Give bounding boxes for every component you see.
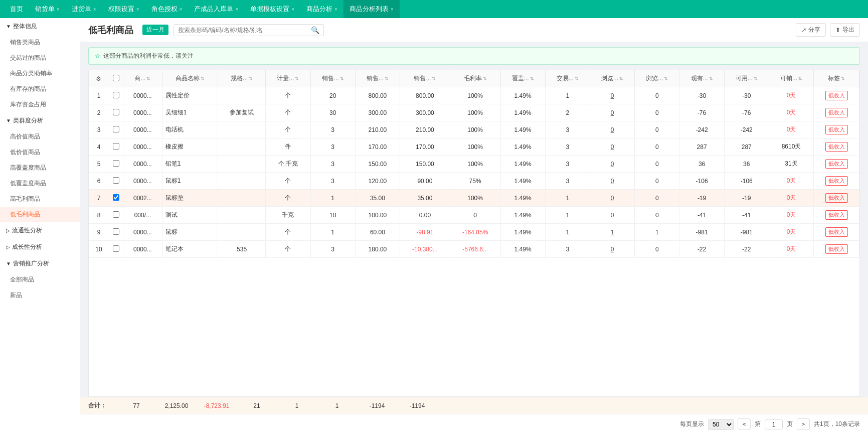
col-tag[interactable]: 标签⇅ bbox=[814, 70, 859, 87]
close-icon[interactable]: × bbox=[180, 7, 183, 12]
nav-purchase-order[interactable]: 进货单 × bbox=[66, 0, 102, 18]
row-checkbox-cell[interactable] bbox=[109, 190, 123, 207]
row-checkbox-cell[interactable] bbox=[109, 241, 123, 258]
row-checkbox-cell[interactable] bbox=[109, 156, 123, 173]
col-name[interactable]: 商品名称⇅ bbox=[162, 70, 218, 87]
sidebar-item-traded-products[interactable]: 交易过的商品 bbox=[0, 50, 80, 66]
row-name[interactable]: 电话机 bbox=[162, 121, 218, 138]
row-checkbox-cell[interactable] bbox=[109, 121, 123, 138]
nav-home[interactable]: 首页 bbox=[4, 0, 29, 18]
share-button[interactable]: ↗ 分享 bbox=[796, 23, 826, 37]
col-unit[interactable]: 计量...⇅ bbox=[266, 70, 310, 87]
prev-page-button[interactable]: ＜ bbox=[738, 418, 751, 430]
col-trade-count[interactable]: 交易...⇅ bbox=[545, 70, 590, 87]
sidebar-item-stocked-products[interactable]: 有库存的商品 bbox=[0, 81, 80, 97]
row-name[interactable]: 属性定价 bbox=[162, 87, 218, 104]
sidebar-item-low-value[interactable]: 低价值商品 bbox=[0, 144, 80, 160]
col-views1[interactable]: 浏览...⇅ bbox=[590, 70, 634, 87]
row-views1[interactable]: 0 bbox=[590, 138, 634, 156]
row-checkbox-cell[interactable] bbox=[109, 224, 123, 241]
close-icon[interactable]: × bbox=[136, 7, 139, 12]
close-icon[interactable]: × bbox=[291, 7, 294, 12]
row-name[interactable]: 吴细细1 bbox=[162, 104, 218, 121]
close-icon[interactable]: × bbox=[334, 7, 337, 12]
sidebar-item-all-products[interactable]: 全部商品 bbox=[0, 272, 80, 287]
sidebar-group-overall[interactable]: ▼ 整体信息 bbox=[0, 18, 80, 35]
row-name[interactable]: 笔记本 bbox=[162, 241, 218, 258]
close-icon[interactable]: × bbox=[93, 7, 96, 12]
sidebar-item-low-coverage[interactable]: 低覆盖度商品 bbox=[0, 176, 80, 191]
close-icon[interactable]: × bbox=[235, 7, 238, 12]
nav-product-inbound[interactable]: 产成品入库单 × bbox=[188, 0, 244, 18]
nav-product-analysis-list[interactable]: 商品分析列表 × bbox=[343, 0, 400, 18]
close-icon[interactable]: × bbox=[57, 7, 60, 12]
col-spec[interactable]: 规格...⇅ bbox=[218, 70, 265, 87]
search-input[interactable] bbox=[178, 27, 311, 34]
col-settings[interactable]: ⚙ bbox=[89, 70, 109, 87]
nav-permission-settings[interactable]: 权限设置 × bbox=[102, 0, 145, 18]
row-views1[interactable]: 0 bbox=[590, 207, 634, 224]
row-checkbox[interactable] bbox=[113, 228, 119, 235]
export-button[interactable]: ⬆ 导出 bbox=[830, 23, 860, 37]
col-sales-profit[interactable]: 销售...⇅ bbox=[400, 70, 450, 87]
col-code[interactable]: 商...⇅ bbox=[123, 70, 162, 87]
row-views1[interactable]: 1 bbox=[590, 224, 634, 241]
col-sales-qty[interactable]: 销售...⇅ bbox=[310, 70, 355, 87]
col-views2[interactable]: 浏览...⇅ bbox=[635, 70, 679, 87]
row-checkbox-cell[interactable] bbox=[109, 173, 123, 190]
col-coverage[interactable]: 覆盖...⇅ bbox=[500, 70, 545, 87]
sidebar-item-inventory-capital[interactable]: 库存资金占用 bbox=[0, 97, 80, 112]
col-sales-amount[interactable]: 销售...⇅ bbox=[355, 70, 400, 87]
row-views1[interactable]: 0 bbox=[590, 87, 634, 104]
row-checkbox[interactable] bbox=[113, 92, 119, 98]
row-views1[interactable]: 0 bbox=[590, 241, 634, 258]
row-checkbox[interactable] bbox=[113, 177, 119, 184]
row-checkbox[interactable] bbox=[113, 143, 119, 150]
row-checkbox[interactable] bbox=[113, 109, 119, 115]
row-name[interactable]: 鼠标 bbox=[162, 224, 218, 241]
row-checkbox-cell[interactable] bbox=[109, 104, 123, 121]
per-page-select[interactable]: 50 20 100 bbox=[708, 419, 734, 430]
search-icon[interactable]: 🔍 bbox=[311, 26, 319, 34]
sidebar-item-sales-products[interactable]: 销售类商品 bbox=[0, 35, 80, 50]
sidebar-group-growth[interactable]: ▷ 成长性分析 bbox=[0, 239, 80, 255]
row-name[interactable]: 铅笔1 bbox=[162, 156, 218, 173]
row-views1[interactable]: 0 bbox=[590, 121, 634, 138]
page-number-input[interactable] bbox=[765, 419, 783, 429]
sidebar-group-marketing[interactable]: ▼ 营销推广分析 bbox=[0, 255, 80, 272]
row-name[interactable]: 鼠标1 bbox=[162, 173, 218, 190]
col-saleable[interactable]: 可销...⇅ bbox=[769, 70, 813, 87]
row-views1[interactable]: 0 bbox=[590, 156, 634, 173]
nav-template-settings[interactable]: 单据模板设置 × bbox=[244, 0, 300, 18]
sidebar-item-new-products[interactable]: 新品 bbox=[0, 287, 80, 303]
row-name[interactable]: 鼠标垫 bbox=[162, 190, 218, 207]
row-checkbox[interactable] bbox=[113, 126, 119, 132]
row-checkbox[interactable] bbox=[113, 245, 119, 252]
row-checkbox-cell[interactable] bbox=[109, 87, 123, 104]
row-checkbox-cell[interactable] bbox=[109, 138, 123, 156]
col-current-stock[interactable]: 现有...⇅ bbox=[679, 70, 724, 87]
close-icon[interactable]: × bbox=[391, 7, 394, 12]
col-select-all[interactable] bbox=[109, 70, 123, 87]
select-all-checkbox[interactable] bbox=[113, 75, 119, 81]
row-checkbox[interactable] bbox=[113, 160, 119, 167]
nav-role-auth[interactable]: 角色授权 × bbox=[145, 0, 189, 18]
row-views1[interactable]: 0 bbox=[590, 173, 634, 190]
sidebar-item-low-margin[interactable]: 低毛利商品 bbox=[0, 207, 80, 222]
row-checkbox-cell[interactable] bbox=[109, 207, 123, 224]
sidebar-group-cluster[interactable]: ▼ 类群度分析 bbox=[0, 112, 80, 129]
col-gross-margin[interactable]: 毛利率⇅ bbox=[450, 70, 500, 87]
sidebar-group-circulation[interactable]: ▷ 流通性分析 bbox=[0, 222, 80, 239]
col-available[interactable]: 可用...⇅ bbox=[724, 70, 769, 87]
row-checkbox[interactable] bbox=[113, 194, 119, 201]
row-checkbox[interactable] bbox=[113, 211, 119, 218]
sidebar-item-high-value[interactable]: 高价值商品 bbox=[0, 129, 80, 144]
row-views1[interactable]: 0 bbox=[590, 190, 634, 207]
sidebar-item-high-coverage[interactable]: 高覆盖度商品 bbox=[0, 160, 80, 176]
date-tag[interactable]: 近一月 bbox=[142, 25, 168, 35]
row-views1[interactable]: 0 bbox=[590, 104, 634, 121]
sidebar-item-high-margin[interactable]: 高毛利商品 bbox=[0, 191, 80, 207]
nav-sales-order[interactable]: 销货单 × bbox=[29, 0, 66, 18]
sidebar-item-category-sales-rate[interactable]: 商品分类助销率 bbox=[0, 66, 80, 81]
row-name[interactable]: 测试 bbox=[162, 207, 218, 224]
